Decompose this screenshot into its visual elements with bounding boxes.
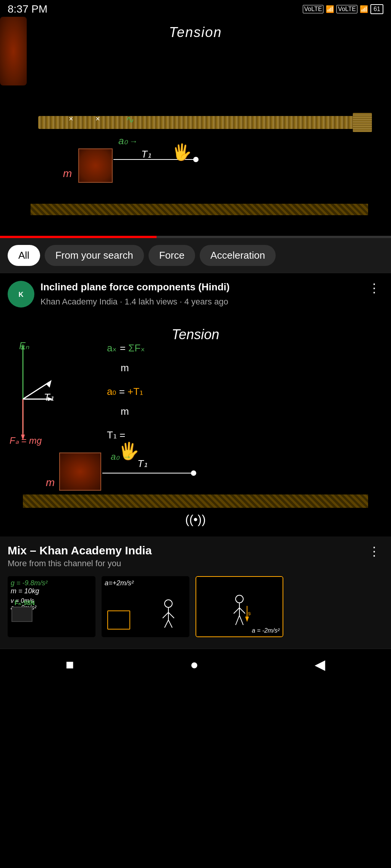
- video-info: Inclined plane force components (Hindi) …: [40, 281, 359, 307]
- thumb2-stick: [159, 599, 178, 630]
- status-time: 8:37 PM: [8, 3, 47, 15]
- thumb1-fn-arrow: Fₙ↑98N: [15, 599, 35, 607]
- svg-line-13: [168, 612, 174, 618]
- volte-icon-2: VoLTE: [336, 5, 357, 13]
- svg-text:98N: 98N: [248, 611, 251, 617]
- svg-line-18: [234, 608, 239, 614]
- svg-line-8: [23, 382, 50, 399]
- thumb1-line2: m = 10kg: [11, 587, 92, 595]
- rope-horizontal: × × ∿: [38, 116, 368, 129]
- rope-end-right: [353, 113, 372, 132]
- thumb3-stick: 98N: [228, 594, 251, 629]
- chip-all[interactable]: All: [8, 245, 40, 266]
- cursor-hand-top: 🖐: [172, 143, 192, 161]
- wifi-overlay: ((•)): [176, 510, 215, 529]
- svg-text:K: K: [19, 291, 24, 298]
- nav-square-button[interactable]: ■: [66, 657, 74, 673]
- nav-home-button[interactable]: ●: [190, 657, 199, 673]
- thumb-item-1[interactable]: g = -9.8m/s² m = 10kg v = 0m/s a = 0m/s²…: [8, 576, 95, 637]
- tension-title-top: Tension: [0, 17, 391, 40]
- signal-icon-2: 📶: [360, 5, 368, 13]
- sv-tension-line: [102, 473, 194, 473]
- top-video-thumbnail[interactable]: Tension × × ∿ a₀ → m T₁ 🖐: [0, 17, 391, 238]
- navigation-bar: ■ ● ◀: [0, 649, 391, 680]
- thumb-item-2[interactable]: a=+2m/s²: [102, 576, 189, 637]
- svg-marker-9: [46, 380, 52, 388]
- channel-logo: K: [11, 285, 31, 304]
- thumb-img-3: 98N a = -2m/s²: [196, 576, 283, 637]
- channel-name: Khan Academy India: [40, 297, 118, 306]
- status-bar: 8:37 PM VoLTE 📶 VoLTE 📶 61: [0, 0, 391, 17]
- svg-line-12: [163, 612, 168, 618]
- view-count: 1.4 lakh views: [124, 297, 177, 306]
- tension-dot-top: [193, 157, 199, 162]
- progress-bar-bg: [0, 236, 391, 238]
- mix-title-area: Mix – Khan Academy India More from this …: [8, 544, 152, 568]
- svg-point-10: [165, 600, 172, 607]
- a0-label-top: a₀ →: [118, 135, 138, 147]
- thumb3-eq: a = -2m/s²: [252, 627, 280, 634]
- progress-bar-fill: [0, 236, 157, 238]
- sv-tension-title: Tension: [0, 315, 391, 343]
- t1-arrow-svg: [23, 378, 53, 401]
- meta-separator2: ·: [179, 297, 184, 306]
- svg-line-20: [236, 615, 239, 625]
- video-canvas: Tension × × ∿ a₀ → m T₁ 🖐: [0, 17, 391, 238]
- mix-header: Mix – Khan Academy India More from this …: [8, 544, 383, 568]
- sv-ground: [23, 494, 368, 508]
- rope-x2: ×: [95, 114, 100, 123]
- svg-line-15: [168, 620, 172, 628]
- thumb2-eq: a=+2m/s²: [105, 579, 186, 587]
- video-card[interactable]: K Inclined plane force components (Hindi…: [0, 273, 391, 315]
- chip-force[interactable]: Force: [149, 245, 195, 266]
- fg-label: Fₐ = mg: [10, 435, 42, 446]
- rope-x1: ×: [69, 114, 73, 123]
- thumb2-block: [107, 610, 130, 630]
- t1-label-top: T₁: [141, 148, 151, 179]
- more-options-button[interactable]: ⋮: [365, 281, 383, 295]
- sv-m-label: m: [46, 477, 55, 489]
- mix-subtitle: More from this channel for you: [8, 559, 152, 568]
- status-icons: VoLTE 📶 VoLTE 📶 61: [303, 4, 383, 14]
- block-red: [78, 148, 113, 183]
- sv-dot: [191, 470, 196, 476]
- ground-bar-top: [31, 204, 368, 215]
- hammer-head: [0, 17, 27, 85]
- sv-a0-label: a₀ →: [111, 451, 131, 462]
- signal-icon-1: 📶: [326, 5, 334, 13]
- video-meta: Khan Academy India · 1.4 lakh views · 4 …: [40, 297, 359, 307]
- eq-a0: a₀ = +T₁m: [107, 382, 145, 421]
- svg-line-14: [165, 620, 168, 628]
- chip-acceleration[interactable]: Acceleration: [200, 245, 276, 266]
- main-block: [78, 148, 113, 183]
- svg-line-21: [239, 615, 243, 625]
- mix-title: Mix – Khan Academy India: [8, 544, 152, 557]
- spring-symbol: ∿: [126, 114, 134, 126]
- thumb1-block: [11, 607, 32, 622]
- sv-t1-label-bottom: T₁: [137, 458, 147, 470]
- thumb-img-2: a=+2m/s²: [102, 576, 189, 637]
- thumbnails-row: g = -9.8m/s² m = 10kg v = 0m/s a = 0m/s²…: [8, 568, 383, 641]
- time-ago: 4 years ago: [184, 297, 228, 306]
- chips-row: All From your search Force Acceleration: [0, 238, 391, 273]
- equations-section: aₓ = ΣFₓm a₀ = +T₁m T₁ =: [107, 338, 145, 445]
- svg-point-16: [236, 595, 243, 603]
- volte-icon: VoLTE: [303, 5, 324, 13]
- svg-line-19: [239, 608, 245, 614]
- thumb1-line1: g = -9.8m/s²: [11, 579, 92, 587]
- thumb-item-3[interactable]: 98N a = -2m/s²: [196, 576, 283, 637]
- thumb-img-1: g = -9.8m/s² m = 10kg v = 0m/s a = 0m/s²…: [8, 576, 95, 637]
- nav-back-button[interactable]: ◀: [315, 657, 325, 673]
- second-video-inner: Tension Fₙ T₁ Fₐ = mg aₓ = ΣFₓm a₀ = +T₁…: [0, 315, 391, 536]
- video-title: Inclined plane force components (Hindi): [40, 281, 359, 294]
- sv-block: [59, 453, 101, 491]
- eq-ax: aₓ = ΣFₓm: [107, 338, 145, 378]
- mix-more-button[interactable]: ⋮: [365, 544, 383, 559]
- m-label-top: m: [63, 167, 72, 198]
- mix-section: Mix – Khan Academy India More from this …: [0, 536, 391, 649]
- fn-label: Fₙ: [19, 340, 29, 352]
- meta-separator1: ·: [120, 297, 124, 306]
- channel-avatar[interactable]: K: [8, 281, 34, 308]
- second-video-thumbnail[interactable]: Tension Fₙ T₁ Fₐ = mg aₓ = ΣFₓm a₀ = +T₁…: [0, 315, 391, 536]
- chip-from-search[interactable]: From your search: [45, 245, 144, 266]
